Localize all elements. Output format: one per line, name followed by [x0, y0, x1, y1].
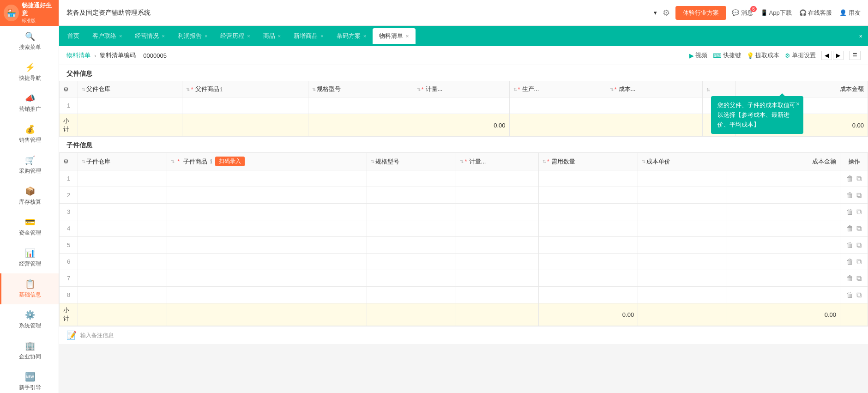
- child-action-1: 🗑 ⧉: [840, 170, 868, 187]
- settings-gear-icon[interactable]: ⚙: [663, 8, 670, 18]
- sidebar-item-quick-nav[interactable]: ⚡ 快捷导航: [0, 57, 59, 88]
- child-unit-1[interactable]: [456, 170, 538, 187]
- lightning-icon: ⚡: [25, 62, 35, 73]
- sidebar-item-guide[interactable]: 🆕 新手引导: [0, 366, 59, 393]
- table-row: 7 🗑⧉: [60, 270, 868, 287]
- copy-icon[interactable]: ⧉: [856, 208, 862, 216]
- sidebar-item-enterprise[interactable]: 🏢 企业协同: [0, 335, 59, 366]
- delete-icon[interactable]: 🗑: [846, 175, 854, 183]
- close-icon[interactable]: ×: [320, 33, 323, 39]
- user-icon: 👤: [839, 9, 847, 16]
- child-subtotal-cost: 0.00: [727, 303, 840, 326]
- parent-cost-cell[interactable]: [606, 97, 702, 114]
- delete-icon[interactable]: 🗑: [846, 274, 854, 283]
- tab-products[interactable]: 商品 ×: [257, 28, 287, 44]
- parent-warehouse-cell[interactable]: [78, 97, 182, 114]
- child-col-unit: ⇅ *计量...: [456, 153, 538, 170]
- extract-cost-btn[interactable]: 💡 提取成本: [747, 51, 779, 60]
- parent-spec-cell[interactable]: [308, 97, 413, 114]
- breadcrumb-bar: 物料清单 › 物料清单编码 0000005 ▶ 视频 ⌨ 快捷键 💡 提取成本: [59, 46, 868, 65]
- copy-icon[interactable]: ⧉: [856, 274, 862, 283]
- sidebar-item-finance[interactable]: 💳 资金管理: [0, 212, 59, 242]
- sidebar-item-basic[interactable]: 📋 基础信息: [0, 273, 59, 304]
- copy-icon[interactable]: ⧉: [856, 175, 862, 183]
- user-menu[interactable]: 👤 用友: [839, 9, 861, 17]
- child-table-wrap: ⚙ ⇅子件仓库 ⇅ *子件商品 ℹ: [59, 152, 868, 326]
- child-product-1[interactable]: [167, 170, 367, 187]
- child-quantity-1[interactable]: [538, 170, 638, 187]
- delete-icon[interactable]: 🗑: [846, 224, 854, 233]
- system-title-dropdown[interactable]: ▾: [654, 9, 657, 16]
- copy-icon[interactable]: ⧉: [856, 291, 862, 299]
- tooltip-close-btn[interactable]: ×: [796, 99, 800, 109]
- parent-col-settings[interactable]: ⚙: [60, 81, 78, 97]
- close-icon[interactable]: ×: [162, 33, 164, 39]
- sidebar-item-inventory[interactable]: 📦 库存核算: [0, 181, 59, 212]
- parent-unit-cell[interactable]: [413, 97, 509, 114]
- next-arrow[interactable]: ▶: [833, 51, 844, 60]
- shortcut-btn[interactable]: ⌨ 快捷键: [713, 51, 741, 60]
- online-service[interactable]: 🎧 在线客服: [799, 9, 832, 17]
- copy-icon[interactable]: ⧉: [856, 224, 862, 233]
- delete-icon[interactable]: 🗑: [846, 291, 854, 299]
- delete-icon[interactable]: 🗑: [846, 241, 854, 249]
- tab-barcode[interactable]: 条码方案 ×: [330, 28, 373, 44]
- delete-icon[interactable]: 🗑: [846, 208, 854, 216]
- parent-product-cell[interactable]: [182, 97, 308, 114]
- tab-new-product[interactable]: 新增商品 ×: [287, 28, 330, 44]
- child-unit-price-1[interactable]: [638, 170, 727, 187]
- copy-icon[interactable]: ⧉: [856, 241, 862, 249]
- parent-production-cell[interactable]: [509, 97, 606, 114]
- single-settings-btn[interactable]: ⚙ 单据设置: [785, 51, 816, 60]
- close-all-tabs[interactable]: ×: [855, 33, 866, 40]
- tab-home[interactable]: 首页: [61, 28, 86, 44]
- child-col-warehouse: ⇅子件仓库: [78, 153, 167, 170]
- copy-icon[interactable]: ⧉: [856, 258, 862, 266]
- info-icon: ℹ: [210, 158, 212, 165]
- message-badge[interactable]: 💬 6 消息: [732, 9, 753, 17]
- parent-subtotal-unit: 0.00: [413, 114, 509, 137]
- close-icon[interactable]: ×: [278, 33, 281, 39]
- scan-input-btn[interactable]: 扫码录入: [215, 157, 245, 166]
- tab-operations[interactable]: 经营情况 ×: [128, 28, 171, 44]
- topbar-right: 💬 6 消息 📱 App下载 🎧 在线客服 👤 用友: [732, 9, 861, 17]
- sidebar-item-operations[interactable]: 📊 经营管理: [0, 242, 59, 273]
- sidebar-item-label: 销售管理: [19, 136, 41, 144]
- tab-bom[interactable]: 物料清单 ×: [373, 28, 415, 44]
- close-icon[interactable]: ×: [205, 33, 207, 39]
- delete-icon[interactable]: 🗑: [846, 191, 854, 200]
- list-view-btn[interactable]: ☰: [849, 51, 861, 60]
- trial-btn[interactable]: 体验行业方案: [675, 6, 726, 20]
- logo-name: 畅捷通好生意: [22, 2, 55, 18]
- sidebar-item-label: 新手引导: [19, 384, 41, 392]
- sidebar-item-label: 搜索菜单: [19, 43, 41, 51]
- child-warehouse-1[interactable]: [78, 170, 167, 187]
- sidebar-item-search[interactable]: 🔍 搜索菜单: [0, 26, 59, 57]
- tab-customer[interactable]: 客户联络 ×: [86, 28, 128, 44]
- child-spec-1[interactable]: [367, 170, 456, 187]
- close-icon[interactable]: ×: [247, 33, 250, 39]
- close-icon[interactable]: ×: [119, 33, 122, 39]
- delete-icon[interactable]: 🗑: [846, 258, 854, 266]
- tab-history[interactable]: 经营历程 ×: [214, 28, 256, 44]
- parent-col-spec: ⇅规格型号: [308, 81, 413, 97]
- sidebar-item-purchase[interactable]: 🛒 采购管理: [0, 150, 59, 181]
- close-icon[interactable]: ×: [363, 33, 366, 39]
- parent-col-cost-amount: 成本金额: [735, 81, 868, 97]
- box-icon: 📦: [25, 186, 35, 196]
- sidebar-item-system[interactable]: ⚙️ 系统管理: [0, 304, 59, 335]
- child-col-settings[interactable]: ⚙: [60, 153, 78, 170]
- card-icon: 💳: [25, 217, 35, 227]
- bottom-hint[interactable]: 输入备注信息: [80, 332, 114, 339]
- sidebar-item-marketing[interactable]: 📣 营销推广: [0, 88, 59, 119]
- close-icon[interactable]: ×: [406, 33, 409, 39]
- view-video-btn[interactable]: ▶ 视频: [689, 51, 707, 60]
- app-download[interactable]: 📱 App下载: [760, 9, 792, 17]
- tab-profit[interactable]: 利润报告 ×: [171, 28, 214, 44]
- copy-icon[interactable]: ⧉: [856, 191, 862, 200]
- sidebar-item-sales[interactable]: 💰 销售管理: [0, 119, 59, 150]
- breadcrumb-parent[interactable]: 物料清单: [66, 51, 90, 60]
- prev-arrow[interactable]: ◀: [821, 51, 832, 60]
- cost-tooltip: × 您的父件、子件的成本取值可以选择【参考成本、最新进价、平均成本】: [711, 96, 803, 134]
- child-table-header: ⚙ ⇅子件仓库 ⇅ *子件商品 ℹ: [60, 153, 868, 170]
